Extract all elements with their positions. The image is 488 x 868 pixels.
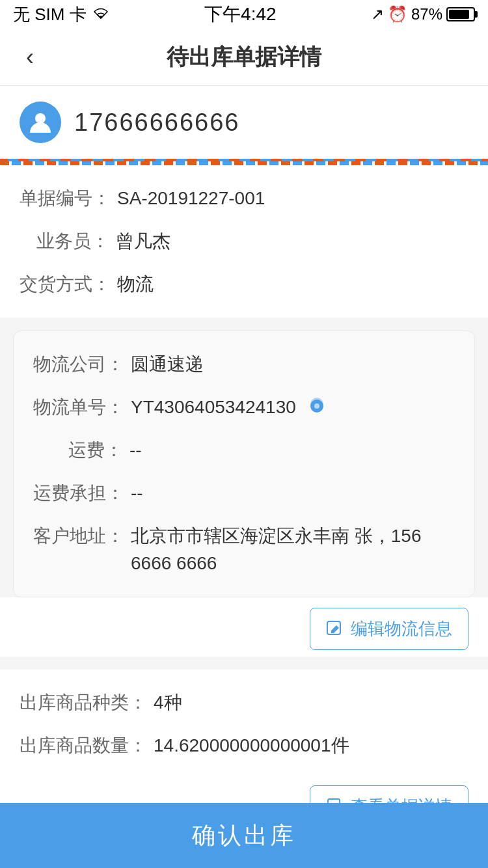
freight-row: 运费： -- [33,437,455,464]
salesperson-value: 曾凡杰 [116,228,468,255]
delivery-method-value: 物流 [117,271,468,298]
status-indicators: ↗ ⏰ 87% [371,5,475,23]
avatar [20,102,61,143]
document-number-value: SA-20191227-001 [117,185,468,212]
logistics-company-label: 物流公司： [33,351,131,378]
logistics-company-row: 物流公司： 圆通速递 [33,351,455,378]
alarm-icon: ⏰ [388,5,407,23]
page-title: 待出库单据详情 [167,42,321,72]
category-value: 4种 [154,689,468,716]
document-number-label: 单据编号： [20,185,117,212]
address-row: 客户地址： 北京市市辖区海淀区永丰南 张，156 6666 6666 [33,522,455,577]
delivery-method-row: 交货方式： 物流 [20,271,468,298]
nav-bar: ‹ 待出库单据详情 [0,29,488,86]
map-pin-icon[interactable] [305,396,329,419]
salesperson-label: 业务员： [20,228,116,255]
wifi-icon [92,8,110,21]
freight-bearer-value: -- [131,480,455,507]
salesperson-row: 业务员： 曾凡杰 [20,228,468,255]
document-number-row: 单据编号： SA-20191227-001 [20,185,468,212]
freight-bearer-row: 运费承担： -- [33,480,455,507]
address-label: 客户地址： [33,522,131,550]
section-divider [0,657,488,670]
edit-logistics-button[interactable]: 编辑物流信息 [310,608,468,650]
tracking-number-label: 物流单号： [33,394,131,421]
customer-phone: 17666666666 [74,109,239,137]
edit-icon [326,620,344,638]
category-label: 出库商品种类： [20,689,154,716]
location-status-icon: ↗ [371,5,384,23]
edit-logistics-label: 编辑物流信息 [351,617,452,640]
battery-percentage: 87% [411,5,442,23]
battery-icon [446,7,475,21]
back-button[interactable]: ‹ [20,37,40,77]
quantity-row: 出库商品数量： 14.620000000000001件 [20,732,468,759]
status-bar: 无 SIM 卡 下午4:42 ↗ ⏰ 87% [0,0,488,29]
tracking-number-row: 物流单号： YT43064053424130 [33,394,455,421]
svg-point-0 [35,113,46,124]
basic-info-section: 单据编号： SA-20191227-001 业务员： 曾凡杰 交货方式： 物流 [0,165,488,318]
edit-action-row: 编辑物流信息 [20,597,468,657]
quantity-label: 出库商品数量： [20,732,154,759]
category-row: 出库商品种类： 4种 [20,689,468,716]
customer-header: 17666666666 [0,86,488,161]
freight-bearer-label: 运费承担： [33,480,131,507]
logistics-section: 物流公司： 圆通速递 物流单号： YT43064053424130 运费： --… [13,331,475,597]
quantity-value: 14.620000000000001件 [154,732,468,759]
confirm-outbound-label: 确认出库 [192,820,296,852]
freight-value: -- [129,437,455,464]
status-carrier: 无 SIM 卡 [13,3,110,26]
address-value: 北京市市辖区海淀区永丰南 张，156 6666 6666 [131,522,455,577]
confirm-outbound-bar[interactable]: 确认出库 [0,803,488,868]
logistics-company-value: 圆通速递 [131,351,455,378]
freight-label: 运费： [33,437,129,464]
person-icon [27,109,53,135]
tracking-number-value: YT43064053424130 [131,394,455,421]
edit-logistics-container: 编辑物流信息 [0,597,488,657]
status-time: 下午4:42 [204,2,277,27]
delivery-method-label: 交货方式： [20,271,117,298]
